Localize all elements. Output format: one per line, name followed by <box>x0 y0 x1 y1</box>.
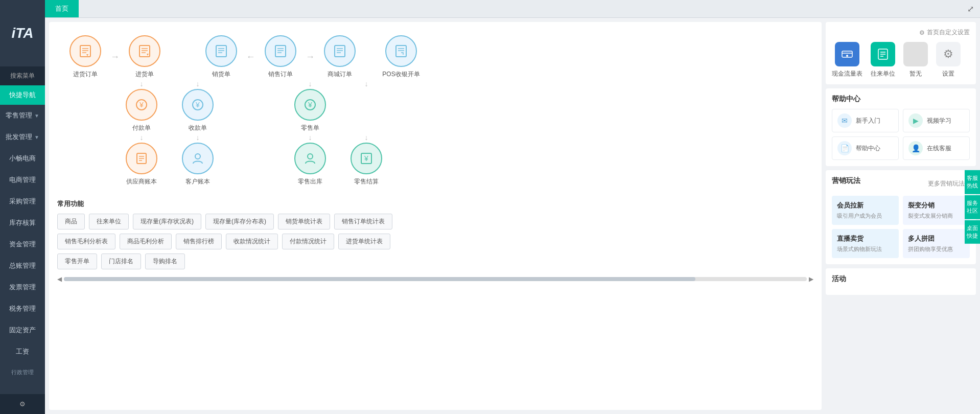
sidebar-item-wholesale[interactable]: 批发管理 ▼ <box>0 126 45 148</box>
scroll-bar: ◀ ▶ <box>57 275 813 283</box>
qa-item-settings[interactable]: ⚙ 设置 <box>936 42 961 78</box>
mall-order-icon <box>324 35 356 67</box>
mkt-more[interactable]: 更多营销玩法 > <box>928 179 970 188</box>
mkt-item-live[interactable]: 直播卖货 场景式购物新玩法 <box>832 229 899 258</box>
down-v3: ↓ <box>287 79 333 89</box>
left-panel-inner: 进货订单 → <box>57 30 813 283</box>
help-item-video[interactable]: ▶ 视频学习 <box>903 109 970 132</box>
logo-text: iTA <box>11 25 33 41</box>
play-icon: ▶ <box>908 113 923 128</box>
help-item-beginner[interactable]: ✉ 新手入门 <box>832 109 899 132</box>
mkt-item-fission[interactable]: 裂变分销 裂变式发展分销商 <box>903 196 970 225</box>
flow-row-1: 进货订单 → <box>57 35 813 79</box>
tab-home[interactable]: 首页 <box>45 0 79 17</box>
scroll-right[interactable]: ▶ <box>809 275 813 283</box>
func-btn-product[interactable]: 商品 <box>57 214 85 229</box>
customize-label[interactable]: 首页自定义设置 <box>927 28 970 37</box>
flow-node-sales[interactable]: 销货单 <box>198 35 244 79</box>
func-btn-order-stat[interactable]: 销售订单统计表 <box>334 214 392 229</box>
func-btn-stock-status[interactable]: 现存量(库存状况表) <box>133 214 201 229</box>
sidebar-item-finance[interactable]: 资金管理 <box>0 234 45 255</box>
sidebar-item-retail[interactable]: 零售管理 ▼ <box>0 105 45 126</box>
settings-label: 设置 <box>942 70 954 78</box>
arrow-2: → <box>244 52 258 62</box>
func-btn-contacts[interactable]: 往来单位 <box>89 214 129 229</box>
func-btn-guide-rank[interactable]: 导购排名 <box>145 254 185 269</box>
func-btn-receipt-stat[interactable]: 收款情况统计 <box>226 234 278 249</box>
flow-node-sales-order[interactable]: 销售订单 <box>258 35 304 79</box>
func-btn-retail-order[interactable]: 零售开单 <box>57 254 97 269</box>
supplier-label: 供应商账本 <box>126 177 157 186</box>
arrow-icon: ▼ <box>34 113 39 119</box>
flow-node-mall-order[interactable]: 商城订单 <box>317 35 363 79</box>
retail-settle-label: 零售结算 <box>354 177 379 186</box>
flow-node-customer[interactable]: 客户账本 <box>175 143 221 186</box>
sidebar-item-purchase[interactable]: 采购管理 <box>0 191 45 212</box>
activity-section: 活动 <box>826 268 976 295</box>
func-grid-row1: 商品 往来单位 现存量(库存状况表) 现存量(库存分布表) 销货单统计表 销售订… <box>57 214 813 229</box>
mkt-live-title: 直播卖货 <box>837 234 894 243</box>
func-btn-sales-rank[interactable]: 销售排行榜 <box>176 234 222 249</box>
func-btn-store-rank[interactable]: 门店排名 <box>101 254 141 269</box>
mkt-item-group[interactable]: 多人拼团 拼团购物享受优惠 <box>903 229 970 258</box>
mkt-fission-title: 裂变分销 <box>908 201 965 210</box>
cashflow-icon <box>835 42 859 66</box>
help-item-help[interactable]: 📄 帮助中心 <box>832 136 899 160</box>
flow-node-purchase[interactable]: 进货单 <box>122 35 168 79</box>
func-btn-purchase-stat[interactable]: 进货单统计表 <box>338 234 390 249</box>
expand-icon[interactable]: ⤢ <box>967 5 974 13</box>
qa-item-none[interactable]: 暂无 <box>903 42 928 78</box>
side-btn-service[interactable]: 客服热线 <box>965 170 980 194</box>
help-grid: ✉ 新手入门 ▶ 视频学习 📄 帮助中心 👤 在线客服 <box>832 109 970 160</box>
purchase-icon <box>129 35 160 67</box>
sales-order-icon <box>265 35 296 67</box>
sidebar-item-assets[interactable]: 固定资产 <box>0 319 45 341</box>
sidebar: iTA 搜索菜单 快捷导航 零售管理 ▼ 批发管理 ▼ 小畅电商 电商管理 采购… <box>0 0 45 414</box>
purchase-order-icon <box>69 35 101 67</box>
down-v4: ↓ <box>343 79 389 89</box>
side-btn-community[interactable]: 服务社区 <box>965 195 980 219</box>
sidebar-search[interactable]: 搜索菜单 <box>0 66 45 85</box>
flow-node-purchase-order[interactable]: 进货订单 <box>62 35 108 79</box>
mkt-item-member[interactable]: 会员拉新 吸引用户成为会员 <box>832 196 899 225</box>
svg-rect-16 <box>335 45 345 57</box>
func-btn-payment-stat[interactable]: 付款情况统计 <box>282 234 334 249</box>
qa-header: ⚙ 首页自定义设置 <box>832 28 970 37</box>
qa-item-contacts[interactable]: 往来单位 <box>871 42 895 78</box>
flow-node-retail[interactable]: ¥ 零售单 <box>287 89 333 132</box>
flow-node-payment[interactable]: ¥ 付款单 <box>119 89 165 132</box>
video-label: 视频学习 <box>927 117 951 125</box>
sidebar-settings[interactable]: ⚙ <box>0 394 45 414</box>
flow-row-3: 供应商账本 客户账本 <box>57 143 813 186</box>
func-btn-gross-analysis[interactable]: 销售毛利分析表 <box>57 234 115 249</box>
flow-node-retail-settle[interactable]: ¥ 零售结算 <box>343 143 389 186</box>
sidebar-item-ecommerce[interactable]: 电商管理 <box>0 169 45 191</box>
help-item-service[interactable]: 👤 在线客服 <box>903 136 970 160</box>
mkt-title: 营销玩法 <box>832 176 860 186</box>
sidebar-item-inventory[interactable]: 库存核算 <box>0 212 45 234</box>
sidebar-item-tax[interactable]: 税务管理 <box>0 298 45 319</box>
scroll-track[interactable] <box>64 277 807 281</box>
flow-node-retail-out[interactable]: 零售出库 <box>287 143 333 186</box>
settings-icon: ⚙ <box>936 42 961 66</box>
sidebar-item-salary[interactable]: 工资 <box>0 341 45 362</box>
qa-item-cashflow[interactable]: 现金流量表 <box>832 42 862 78</box>
receipt-icon: ¥ <box>182 89 214 121</box>
sidebar-item-ecommerce-small[interactable]: 小畅电商 <box>0 148 45 169</box>
arrow-icon: ▼ <box>34 134 39 140</box>
func-btn-sales-stat[interactable]: 销货单统计表 <box>278 214 330 229</box>
sidebar-item-more[interactable]: 行政管理 <box>0 362 45 382</box>
func-btn-product-gross[interactable]: 商品毛利分析 <box>120 234 172 249</box>
contacts-label: 往来单位 <box>871 70 895 78</box>
common-functions: 常用功能 商品 往来单位 现存量(库存状况表) 现存量(库存分布表) 销货单统计… <box>57 199 813 269</box>
flow-node-pos[interactable]: POS收银开单 <box>378 35 424 79</box>
flow-node-receipt[interactable]: ¥ 收款单 <box>175 89 221 132</box>
activity-title: 活动 <box>832 274 970 284</box>
sidebar-quicknav[interactable]: 快捷导航 <box>0 85 45 105</box>
scroll-left[interactable]: ◀ <box>57 275 62 283</box>
flow-node-supplier[interactable]: 供应商账本 <box>119 143 165 186</box>
func-btn-stock-dist[interactable]: 现存量(库存分布表) <box>205 214 274 229</box>
side-btn-desktop[interactable]: 桌面快捷 <box>965 220 980 244</box>
sidebar-item-ledger[interactable]: 总账管理 <box>0 255 45 277</box>
sidebar-item-invoice[interactable]: 发票管理 <box>0 277 45 298</box>
